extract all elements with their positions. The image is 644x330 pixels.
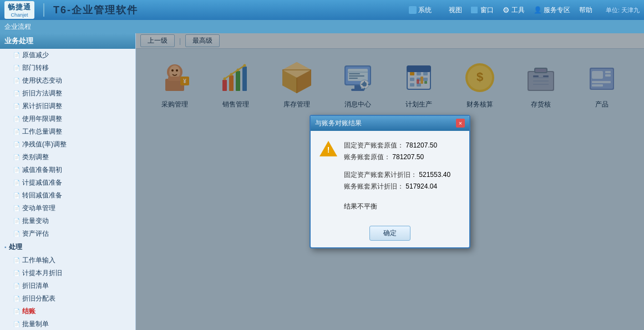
sidebar-item-leijijizhejiu[interactable]: 📄累计折旧调整 <box>0 100 135 113</box>
menu-system[interactable]: 系统 <box>409 6 432 15</box>
modal-line-1: 固定资产账套原值： 781207.50 <box>344 140 460 152</box>
file-icon3: 📄 <box>13 270 20 276</box>
sidebar-item-gongdanshurunru[interactable]: 📄工作单输入 <box>0 254 135 267</box>
title-menu: 系统 视图 窗口 ⚙ 工具 👤 服务专区 帮助 单位: 天津九 <box>409 6 640 15</box>
warning-triangle-icon <box>320 141 337 156</box>
modal-dialog: 与账务对账结果 × 固定资产账套原值： 781207.50 账务账套原 <box>310 115 470 249</box>
modal-overlay: 与账务对账结果 × 固定资产账套原值： 781207.50 账务账套原 <box>136 33 644 330</box>
title-divider <box>43 3 44 17</box>
breadcrumb-text: 企业流程 <box>4 22 31 32</box>
file-icon: 📄 <box>13 141 20 148</box>
sidebar-item-shiyongzhuangtai[interactable]: 📄使用状态变动 <box>0 74 135 87</box>
sidebar-item-jitizhejiuyue[interactable]: 📄计提本月折旧 <box>0 267 135 280</box>
warning-icon-container <box>320 140 337 158</box>
menu-service[interactable]: 👤 服务专区 <box>534 6 570 15</box>
file-icon: 📄 <box>13 192 20 199</box>
sidebar-item-piliangzhedan[interactable]: 📄批量制单 <box>0 318 135 330</box>
modal-close-button[interactable]: × <box>456 119 465 128</box>
logo-area: 畅捷通 Chanjet T6-企业管理软件 <box>4 1 409 19</box>
file-icon: 📄 <box>13 154 20 160</box>
file-icon: 📄 <box>13 231 20 237</box>
title-bar: 畅捷通 Chanjet T6-企业管理软件 系统 视图 窗口 ⚙ 工具 👤 服务 <box>0 0 644 20</box>
file-icon: 📄 <box>13 103 20 109</box>
unit-label: 单位: 天津九 <box>606 6 640 14</box>
logo-chinese: 畅捷通 <box>8 2 31 12</box>
sidebar: 业务处理 📄原值减少 📄部门转移 📄使用状态变动 📄折旧方法调整 📄累计折旧调整… <box>0 33 136 330</box>
file-icon: 📄 <box>13 90 20 97</box>
sidebar-item-leibie[interactable]: 📄类别调整 <box>0 151 135 164</box>
modal-line-2: 账务账套原值： 781207.50 <box>344 151 460 164</box>
app-title: T6-企业管理软件 <box>53 3 138 17</box>
sidebar-item-zhejiufangfa[interactable]: 📄折旧方法调整 <box>0 87 135 100</box>
modal-footer: 确定 <box>311 221 469 247</box>
modal-content: 固定资产账套原值： 781207.50 账务账套原值： 781207.50 固定… <box>344 140 460 213</box>
system-icon <box>409 6 417 14</box>
main-area: 业务处理 📄原值减少 📄部门转移 📄使用状态变动 📄折旧方法调整 📄累计折旧调整… <box>0 33 644 330</box>
breadcrumb-bar: 企业流程 <box>0 20 644 33</box>
file-icon: 📄 <box>13 205 20 211</box>
minus-icon: ▪ <box>4 244 7 250</box>
file-icon: 📄 <box>13 52 20 58</box>
menu-tools[interactable]: ⚙ 工具 <box>503 6 525 15</box>
sidebar-item-jingcanzhi[interactable]: 📄净残值(率)调整 <box>0 138 135 151</box>
sidebar-item-zhejiufenbiao[interactable]: 📄折旧分配表 <box>0 292 135 305</box>
sidebar-item-bumenzhuanyi[interactable]: 📄部门转移 <box>0 62 135 74</box>
modal-titlebar: 与账务对账结果 × <box>311 116 469 131</box>
menu-help[interactable]: 帮助 <box>579 6 592 15</box>
sidebar-group-chuli[interactable]: ▪ 处理 <box>0 240 135 254</box>
file-icon5: 📄 <box>13 296 20 302</box>
content-area: 上一级 | 最高级 <box>136 33 644 330</box>
sidebar-item-yuanjiazengshao[interactable]: 📄原值减少 <box>0 49 135 62</box>
file-icon: 📄 <box>13 218 20 224</box>
file-icon4: 📄 <box>13 283 20 289</box>
modal-line-4: 账务账套累计折旧： 517924.04 <box>344 181 460 193</box>
sidebar-item-jiezhang[interactable]: 📄结账 <box>0 305 135 318</box>
file-icon2: 📄 <box>13 257 20 263</box>
logo-box: 畅捷通 Chanjet <box>4 1 34 19</box>
file-icon6: 📄 <box>13 308 20 314</box>
sidebar-item-jianzhunjichubiandon[interactable]: 📄减值准备期初 <box>0 164 135 176</box>
file-icon: 📄 <box>13 65 20 71</box>
file-icon7: 📄 <box>13 321 20 327</box>
sidebar-item-gongzuozongliang[interactable]: 📄工作总量调整 <box>0 125 135 138</box>
sidebar-item-shiyongnianxian[interactable]: 📄使用年限调整 <box>0 113 135 125</box>
sidebar-item-tijianzhizhi[interactable]: 📄计提减值准备 <box>0 176 135 189</box>
file-icon: 📄 <box>13 78 20 84</box>
sidebar-item-zhuanhuijianzhun[interactable]: 📄转回减值准备 <box>0 189 135 202</box>
logo-english: Chanjet <box>11 12 28 18</box>
file-icon: 📄 <box>13 167 20 173</box>
modal-confirm-button[interactable]: 确定 <box>369 226 410 241</box>
modal-separator-2 <box>344 193 460 199</box>
modal-separator-1 <box>344 164 460 169</box>
file-icon: 📄 <box>13 116 20 122</box>
sidebar-item-zhejiuqingdan[interactable]: 📄折旧清单 <box>0 280 135 292</box>
sidebar-item-zichanpinggu[interactable]: 📄资产评估 <box>0 227 135 240</box>
menu-window[interactable]: 窗口 <box>471 6 494 15</box>
menu-view[interactable]: 视图 <box>440 6 462 15</box>
file-icon: 📄 <box>13 129 20 135</box>
modal-body: 固定资产账套原值： 781207.50 账务账套原值： 781207.50 固定… <box>311 131 469 222</box>
sidebar-item-piliangbiandong[interactable]: 📄批量变动 <box>0 215 135 227</box>
modal-result: 结果不平衡 <box>344 201 460 213</box>
file-icon: 📄 <box>13 180 20 186</box>
modal-line-3: 固定资产账套累计折旧： 521553.40 <box>344 169 460 181</box>
sidebar-item-biandongdanguanli[interactable]: 📄变动单管理 <box>0 202 135 215</box>
modal-title: 与账务对账结果 <box>315 119 362 128</box>
sidebar-header: 业务处理 <box>0 33 135 49</box>
